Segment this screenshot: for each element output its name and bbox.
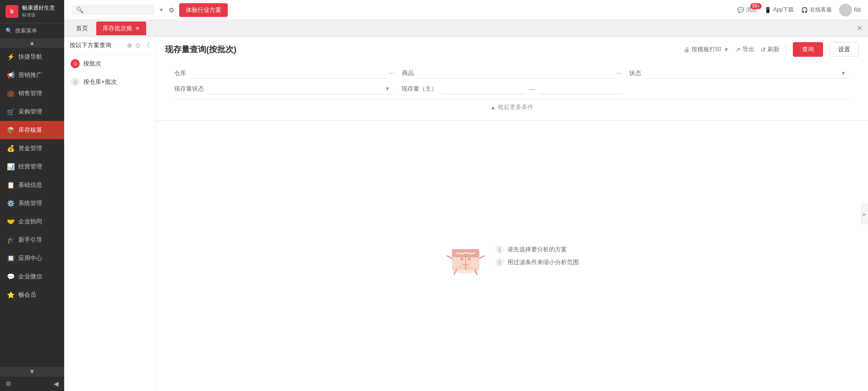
sidebar-item-marketing[interactable]: 📢 营销推广 [0, 66, 64, 84]
export-btn[interactable]: ↗ 导出 [736, 45, 754, 54]
sidebar-item-ops[interactable]: 📊 经营管理 [0, 157, 64, 176]
app-download-btn[interactable]: 📱 App下载 [764, 6, 794, 14]
sidebar-scroll-down[interactable]: ▼ [0, 367, 64, 376]
tab-inventory-batch[interactable]: 库存批次账 ✕ [96, 22, 146, 35]
scheme-warehouse-batch[interactable]: ⊙ 按仓库+批次 [64, 73, 155, 91]
collapse-panel-icon[interactable]: 《 [143, 41, 150, 49]
print-icon: 🖨 [684, 46, 690, 53]
query-btn[interactable]: 查询 [793, 42, 823, 57]
topbar-search-input[interactable] [86, 7, 141, 13]
filter-warehouse: 仓库 ··· [174, 68, 395, 79]
warehouse-input[interactable] [190, 68, 386, 79]
tab-home[interactable]: 首页 [70, 22, 94, 35]
app-logo: b [5, 5, 18, 18]
inventory-icon: 📦 [6, 126, 15, 134]
sidebar-item-finance[interactable]: 💰 资金管理 [0, 139, 64, 157]
stock-status-select[interactable]: ▼ [208, 84, 394, 94]
collapse-btn[interactable]: ▲ 收起更多条件 [174, 99, 850, 115]
page-header: 现存量查询(按批次) 🖨 按模板打印 ▼ ↗ 导出 ↺ [156, 37, 868, 121]
add-scheme-icon[interactable]: ⊕ [127, 42, 132, 49]
experience-btn[interactable]: 体验行业方案 [179, 3, 228, 17]
right-panel-handle[interactable]: ▶ [861, 204, 868, 224]
sidebar-item-inventory[interactable]: 📦 库存核算 [0, 121, 64, 139]
search-icon: 🔍 [5, 27, 12, 34]
warehouse-dots[interactable]: ··· [388, 69, 394, 77]
sidebar-item-label: 应用中心 [18, 254, 42, 262]
svg-line-7 [479, 256, 484, 258]
stock-qty-max-input[interactable] [538, 83, 623, 94]
sidebar-item-label: 资金管理 [18, 144, 42, 152]
scheme-batch[interactable]: ⊙ 按批次 [64, 54, 155, 73]
sidebar-item-system[interactable]: ⚙️ 系统管理 [0, 194, 64, 212]
sidebar-item-purchase[interactable]: 🛒 采购管理 [0, 103, 64, 121]
marketing-icon: 📢 [6, 71, 15, 79]
sidebar-item-quick-nav[interactable]: ⚡ 快捷导航 [0, 48, 64, 66]
refresh-btn[interactable]: ↺ 刷新 [761, 45, 780, 54]
svg-line-6 [447, 256, 452, 258]
sidebar-item-collab[interactable]: 🤝 企业协同 [0, 212, 64, 231]
empty-steps: 1 请先选择要分析的方案 2 用过滤条件来缩小分析范围 [495, 245, 579, 266]
stock-qty-label: 现存量（主） [401, 85, 437, 93]
tab-close-icon[interactable]: ✕ [135, 25, 140, 32]
sidebar-search[interactable]: 🔍 搜索菜单 [0, 23, 64, 38]
sidebar-item-apps[interactable]: 🔲 应用中心 [0, 249, 64, 267]
sidebar-item-sales[interactable]: 💼 销售管理 [0, 84, 64, 103]
settings-btn[interactable]: 设置 [830, 42, 859, 57]
topbar-gear-icon[interactable]: ⚙ [169, 6, 175, 14]
settings-scheme-icon[interactable]: ⊙ [135, 42, 141, 49]
search-label: 搜索菜单 [15, 27, 37, 35]
purchase-icon: 🛒 [6, 108, 15, 116]
stock-status-chevron-icon: ▼ [385, 86, 390, 92]
system-icon: ⚙️ [6, 199, 15, 207]
sidebar-scroll-up[interactable]: ▲ [0, 38, 64, 48]
quick-nav-icon: ⚡ [6, 53, 15, 61]
message-btn[interactable]: 💬 消息 99+ [737, 6, 757, 14]
sidebar: b 畅康通好生意 标准版 🔍 搜索菜单 ▲ ⚡ 快捷导航 📢 营销推广 💼 销售… [0, 0, 64, 391]
topbar-right: 💬 消息 99+ 📱 App下载 🎧 在线客服 Rit [737, 4, 861, 16]
stock-status-label: 现存量状态 [174, 85, 204, 93]
collapse-label: 收起更多条件 [498, 103, 533, 111]
topbar-search-icon: 🔍 [76, 6, 83, 13]
topbar-search-box[interactable]: 🔍 [71, 5, 154, 15]
print-btn[interactable]: 🖨 按模板打印 ▼ [684, 45, 729, 54]
sidebar-item-label: 企业微信 [18, 272, 42, 281]
empty-step-1-text: 请先选择要分析的方案 [507, 245, 567, 254]
user-profile[interactable]: Rit [839, 4, 861, 16]
sales-icon: 💼 [6, 89, 15, 98]
tabbar: 首页 库存批次账 ✕ ✕ [64, 20, 868, 37]
basic-icon: 📋 [6, 181, 15, 189]
filter-row-2: 现存量状态 ▼ 现存量（主） — [174, 83, 850, 94]
message-badge: 99+ [750, 3, 762, 9]
empty-step-2: 2 用过滤条件来缩小分析范围 [495, 258, 579, 266]
side-panel-title: 按以下方案查询 [70, 41, 111, 49]
sidebar-item-wechat[interactable]: 💬 企业微信 [0, 267, 64, 286]
export-label: 导出 [742, 45, 754, 54]
print-chevron-icon[interactable]: ▼ [723, 46, 729, 53]
empty-step-2-text: 用过滤条件来缩小分析范围 [507, 258, 579, 266]
sidebar-item-label: 营销推广 [18, 71, 42, 79]
product-dots[interactable]: ··· [616, 69, 622, 77]
sidebar-item-label: 快捷导航 [18, 53, 42, 61]
app-download-label: App下载 [773, 6, 794, 14]
main-area: 🔍 ▼ ⚙ 体验行业方案 💬 消息 99+ 📱 App下载 🎧 在线客服 Rit [64, 0, 868, 391]
close-all-icon[interactable]: ✕ [857, 24, 863, 33]
scheme-warehouse-batch-label: 按仓库+批次 [83, 78, 117, 86]
online-service-btn[interactable]: 🎧 在线客服 [801, 6, 832, 14]
collapse-icon[interactable]: ◀ [54, 380, 59, 387]
stock-qty-min-input[interactable] [441, 83, 525, 94]
sidebar-item-basic[interactable]: 📋 基础信息 [0, 176, 64, 194]
filter-stock-qty: 现存量（主） — [401, 83, 623, 94]
filter-stock-status: 现存量状态 ▼ [174, 84, 394, 94]
topbar-dropdown-icon[interactable]: ▼ [159, 7, 164, 13]
settings-icon[interactable]: ⚙ [5, 380, 11, 387]
status-select[interactable]: ▼ [645, 68, 850, 79]
sidebar-item-newbie[interactable]: 🎓 新手引导 [0, 231, 64, 249]
svg-point-5 [468, 258, 471, 261]
sidebar-item-member[interactable]: ⭐ 畅会员 [0, 286, 64, 304]
scheme-batch-icon: ⊙ [71, 59, 80, 68]
side-panel-header: 按以下方案查询 ⊕ ⊙ 《 [64, 37, 155, 54]
sidebar-item-label: 基础信息 [18, 181, 42, 189]
sidebar-item-label: 销售管理 [18, 89, 42, 98]
svg-point-4 [461, 258, 463, 261]
product-input[interactable] [418, 68, 614, 79]
